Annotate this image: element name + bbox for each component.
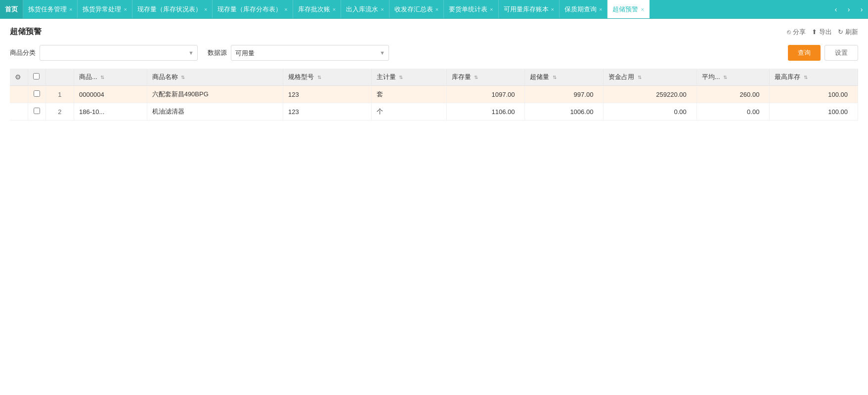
filter-category: 商品分类 ▼ — [10, 45, 198, 61]
table-row: 1 0000004 六配套新昌490BPG 123 套 1097.00 997.… — [10, 86, 858, 103]
col-code: 商品... ⇅ — [74, 69, 147, 86]
nav-home[interactable]: 首页 — [0, 0, 23, 18]
filter-actions: 查询 设置 — [788, 45, 858, 61]
data-table: ⚙ 商品... ⇅ 商品名称 ⇅ 规格型号 ⇅ 主计量 — [10, 69, 858, 120]
nav-tab-10[interactable]: 超储预警 × — [608, 0, 649, 18]
category-select[interactable] — [40, 45, 198, 61]
row-capital-0: 259220.00 — [604, 86, 696, 103]
category-label: 商品分类 — [10, 48, 36, 57]
row-name-1: 机油滤清器 — [147, 103, 283, 120]
row-checkbox-cell-0 — [28, 86, 45, 103]
close-tab-2[interactable]: × — [204, 6, 207, 12]
row-code-1: 186-10... — [74, 103, 147, 120]
row-capital-1: 0.00 — [604, 103, 696, 120]
sort-icon-avg[interactable]: ⇅ — [723, 75, 727, 80]
close-tab-8[interactable]: × — [551, 6, 554, 12]
close-tab-1[interactable]: × — [124, 6, 127, 12]
query-button[interactable]: 查询 — [788, 45, 821, 61]
col-settings: ⚙ — [10, 69, 28, 86]
row-maxstock-1: 100.00 — [770, 103, 858, 120]
row-unit-1: 个 — [371, 103, 446, 120]
page-title: 超储预警 — [10, 27, 42, 37]
col-overstock: 超储量 ⇅ — [525, 69, 604, 86]
close-tab-3[interactable]: × — [284, 6, 287, 12]
row-spec-1: 123 — [283, 103, 372, 120]
row-code-0: 0000004 — [74, 86, 147, 103]
sort-icon-stock[interactable]: ⇅ — [474, 75, 478, 80]
sort-icon-maxstock[interactable]: ⇅ — [804, 75, 808, 80]
col-maxstock: 最高库存 ⇅ — [770, 69, 858, 86]
col-spec: 规格型号 ⇅ — [283, 69, 372, 86]
filter-datasource: 数据源 可用量 ▼ — [208, 45, 389, 61]
sort-icon-name[interactable]: ⇅ — [181, 75, 185, 80]
datasource-label: 数据源 — [208, 48, 227, 57]
close-tab-0[interactable]: × — [69, 6, 72, 12]
select-all-checkbox[interactable] — [33, 73, 40, 79]
close-tab-7[interactable]: × — [490, 6, 493, 12]
refresh-button[interactable]: ↻ 刷新 — [838, 28, 858, 37]
row-checkbox-0[interactable] — [34, 90, 40, 97]
nav-tab-6[interactable]: 收发存汇总表 × — [390, 0, 444, 18]
row-overstock-1: 1006.00 — [525, 103, 604, 120]
row-avg-0: 260.00 — [696, 86, 770, 103]
col-unit: 主计量 ⇅ — [371, 69, 446, 86]
sort-icon-code[interactable]: ⇅ — [100, 75, 104, 80]
col-capital: 资金占用 ⇅ — [604, 69, 696, 86]
datasource-select[interactable]: 可用量 — [231, 45, 389, 61]
close-tab-5[interactable]: × — [381, 6, 384, 12]
page-container: 超储预警 ⎋ 分享 ⬆ 导出 ↻ 刷新 商品分类 ▼ — [0, 19, 868, 395]
table-row: 2 186-10... 机油滤清器 123 个 1106.00 1006.00 … — [10, 103, 858, 120]
datasource-select-wrapper: 可用量 ▼ — [231, 45, 389, 61]
nav-arrow-right[interactable]: › — [842, 0, 855, 19]
share-button[interactable]: ⎋ 分享 — [787, 28, 806, 37]
nav-tab-5[interactable]: 出入库流水 × — [341, 0, 389, 18]
col-name: 商品名称 ⇅ — [147, 69, 283, 86]
row-name-0: 六配套新昌490BPG — [147, 86, 283, 103]
sort-icon-spec[interactable]: ⇅ — [317, 75, 321, 80]
row-spec-0: 123 — [283, 86, 372, 103]
row-settings-1 — [10, 103, 28, 120]
table-header-row: ⚙ 商品... ⇅ 商品名称 ⇅ 规格型号 ⇅ 主计量 — [10, 69, 858, 86]
share-icon: ⎋ — [787, 28, 791, 36]
top-nav: 首页 拣货任务管理 × 拣货异常处理 × 现存量（库存状况表） × 现存量（库存… — [0, 0, 868, 19]
nav-tab-7[interactable]: 要货单统计表 × — [444, 0, 498, 18]
nav-tab-0[interactable]: 拣货任务管理 × — [23, 0, 78, 18]
nav-tab-4[interactable]: 库存批次账 × — [293, 0, 341, 18]
export-icon: ⬆ — [812, 28, 817, 36]
row-stock-0: 1097.00 — [446, 86, 525, 103]
nav-arrow-left[interactable]: ‹ — [829, 0, 842, 19]
sort-icon-overstock[interactable]: ⇅ — [553, 75, 557, 80]
refresh-icon: ↻ — [838, 28, 843, 36]
nav-tab-8[interactable]: 可用量库存账本 × — [499, 0, 560, 18]
export-button[interactable]: ⬆ 导出 — [812, 28, 832, 37]
page-header: 超储预警 ⎋ 分享 ⬆ 导出 ↻ 刷新 — [10, 27, 858, 37]
row-stock-1: 1106.00 — [446, 103, 525, 120]
row-avg-1: 0.00 — [696, 103, 770, 120]
row-maxstock-0: 100.00 — [770, 86, 858, 103]
close-tab-9[interactable]: × — [599, 6, 602, 12]
nav-tab-3[interactable]: 现存量（库存分布表） × — [213, 0, 293, 18]
nav-tab-2[interactable]: 现存量（库存状况表） × — [132, 0, 213, 18]
nav-arrow-expand[interactable]: › — [855, 0, 868, 19]
row-num-1: 2 — [45, 103, 74, 120]
gear-icon[interactable]: ⚙ — [15, 73, 21, 81]
filter-row: 商品分类 ▼ 数据源 可用量 ▼ 查询 设置 — [10, 45, 858, 61]
nav-arrows: ‹ › › — [829, 0, 868, 19]
close-tab-10[interactable]: × — [641, 6, 644, 12]
col-num — [45, 69, 74, 86]
category-select-wrapper: ▼ — [40, 45, 198, 61]
header-actions: ⎋ 分享 ⬆ 导出 ↻ 刷新 — [787, 28, 858, 37]
close-tab-6[interactable]: × — [435, 6, 438, 12]
settings-button[interactable]: 设置 — [825, 45, 858, 61]
row-overstock-0: 997.00 — [525, 86, 604, 103]
row-num-0: 1 — [45, 86, 74, 103]
row-unit-0: 套 — [371, 86, 446, 103]
nav-tab-9[interactable]: 保质期查询 × — [560, 0, 608, 18]
sort-icon-unit[interactable]: ⇅ — [399, 75, 403, 80]
sort-icon-capital[interactable]: ⇅ — [638, 75, 642, 80]
close-tab-4[interactable]: × — [333, 6, 336, 12]
row-checkbox-1[interactable] — [34, 108, 40, 114]
row-settings-0 — [10, 86, 28, 103]
row-checkbox-cell-1 — [28, 103, 45, 120]
nav-tab-1[interactable]: 拣货异常处理 × — [78, 0, 132, 18]
